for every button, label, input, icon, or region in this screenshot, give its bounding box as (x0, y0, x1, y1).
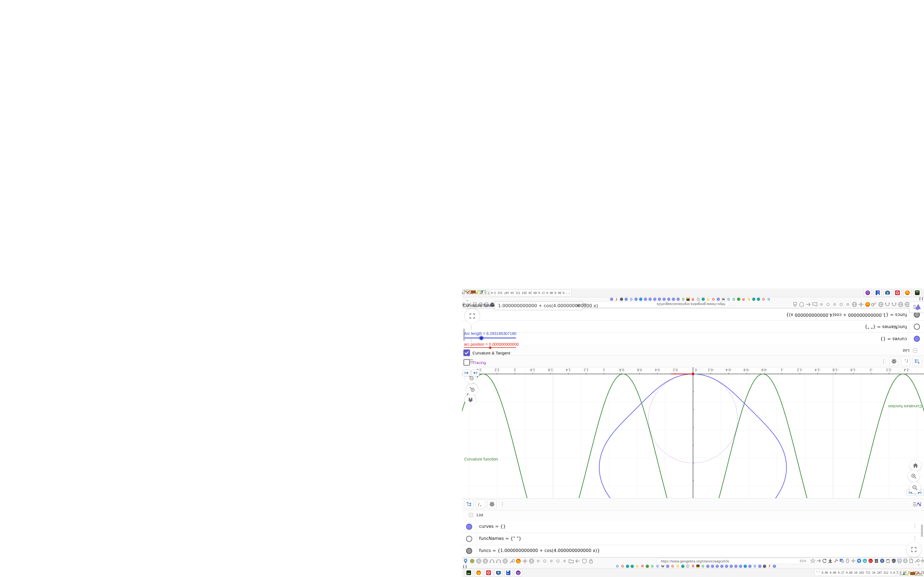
fullscreen-button[interactable] (465, 309, 480, 323)
list-group-header[interactable]: – List (462, 344, 924, 355)
win64-app-button[interactable]: 64 (504, 569, 512, 577)
collapse-icon[interactable]: – (469, 513, 473, 517)
firefox-icon[interactable] (515, 558, 522, 564)
bookmark-favicon[interactable]: f (767, 564, 771, 568)
reload-icon[interactable] (822, 558, 827, 564)
globe-icon[interactable] (482, 558, 488, 564)
bookmark-favicon[interactable]: W (721, 297, 725, 301)
bookmark-favicon[interactable] (620, 298, 623, 301)
rufus-app-button[interactable] (485, 569, 493, 577)
bookmark-favicon[interactable]: G (629, 297, 633, 301)
visibility-marble[interactable] (914, 336, 920, 342)
function-input-button[interactable]: fx (476, 500, 485, 509)
wrench-icon[interactable] (509, 558, 515, 564)
radio-icon[interactable] (535, 558, 541, 564)
fullscreen-button[interactable] (906, 542, 921, 557)
bookmark-favicon[interactable]: f (615, 297, 619, 301)
algebra-row[interactable]: funcNames = {" "} ⋮ (462, 533, 924, 545)
bookmark-favicon[interactable] (744, 565, 747, 568)
home-view-button[interactable] (465, 394, 476, 406)
panel-scrollbar[interactable] (921, 524, 923, 537)
radio-icon[interactable] (832, 301, 838, 308)
translate-icon[interactable]: A文 (839, 558, 845, 564)
gear-icon[interactable] (858, 301, 864, 308)
skip-to-end-button[interactable] (471, 369, 479, 376)
function-input-button[interactable]: fx (901, 357, 910, 366)
add-extension-icon[interactable] (856, 558, 862, 564)
circle-icon[interactable] (555, 558, 561, 564)
clear-cache-icon[interactable] (874, 558, 879, 564)
bookmark-favicon[interactable] (748, 565, 751, 568)
zoom-in-button[interactable] (908, 471, 919, 482)
gear-icon[interactable] (522, 558, 528, 564)
folder-icon[interactable] (812, 301, 818, 308)
bookmark-favicon[interactable] (730, 565, 733, 568)
rufus-app-button[interactable] (893, 289, 901, 297)
view-style-chip[interactable] (909, 301, 924, 313)
globe-icon[interactable] (476, 558, 482, 564)
list-group-header[interactable]: – List (462, 510, 924, 521)
headset-icon[interactable] (489, 558, 495, 564)
circle-icon[interactable] (838, 301, 844, 308)
function-chooser-label[interactable]: Curvature function (463, 303, 499, 308)
bookmark-favicon[interactable] (635, 298, 638, 301)
bookmark-favicon[interactable] (734, 565, 738, 568)
zoom-out-button[interactable] (909, 482, 921, 493)
settings-gear-icon[interactable] (920, 558, 924, 564)
radio-icon[interactable] (562, 558, 568, 564)
bookmark-favicon[interactable] (631, 565, 634, 568)
row-menu-icon[interactable]: ⋮ (469, 324, 473, 330)
bookmark-pause-item[interactable]: | | (463, 564, 467, 569)
bookmark-favicon[interactable]: G (753, 564, 757, 568)
back-arrow-icon[interactable] (805, 301, 811, 308)
headset-icon[interactable] (884, 301, 890, 308)
downloads-icon[interactable] (827, 558, 833, 564)
headset-icon[interactable] (496, 558, 502, 564)
home-view-button[interactable] (910, 460, 921, 471)
bookmark-favicon[interactable] (706, 565, 709, 568)
bookmarks-overflow-icon[interactable]: ⌃ (917, 564, 920, 568)
bookmark-favicon[interactable]: Я (741, 297, 746, 301)
radio-icon[interactable] (548, 558, 554, 564)
bookmark-favicon[interactable] (648, 298, 652, 301)
visibility-marble[interactable] (466, 548, 472, 554)
chevron-down-icon[interactable] (576, 305, 580, 307)
bookmark-favicon[interactable]: Я (691, 564, 695, 568)
bookmark-favicon[interactable]: G (727, 297, 730, 301)
bookmark-favicon[interactable] (720, 565, 724, 568)
obs-app-button[interactable] (465, 569, 473, 577)
win64-app-button[interactable]: 64 (874, 289, 882, 297)
bookmark-favicon[interactable]: G (732, 297, 736, 301)
bookmark-favicon[interactable] (725, 565, 728, 568)
bookmark-favicon[interactable]: G (701, 564, 705, 568)
bookmark-favicon[interactable] (658, 298, 661, 301)
radio-icon[interactable] (818, 301, 824, 308)
bookmark-favicon[interactable]: G (650, 564, 654, 568)
download-manager-icon[interactable] (862, 558, 867, 564)
bookmark-favicon[interactable] (625, 298, 628, 301)
forward-icon[interactable] (816, 558, 821, 564)
globe-icon[interactable] (528, 558, 535, 564)
shield-icon[interactable] (799, 301, 804, 308)
ice-extension-icon[interactable]: ICE (868, 558, 873, 564)
tracing-checkbox[interactable] (464, 359, 470, 366)
bookmark-star-icon[interactable] (810, 558, 816, 564)
purple-bot-app-button[interactable] (514, 569, 522, 577)
arc-position-slider-knob[interactable] (489, 347, 491, 349)
bookmark-favicon[interactable]: G (621, 564, 625, 568)
bookmarks-overflow-icon[interactable]: ⌃ (466, 298, 469, 302)
arc-length-slider[interactable] (464, 337, 516, 339)
bookmark-favicon[interactable] (644, 298, 647, 301)
settings-gear-button[interactable] (487, 500, 497, 509)
bookmark-favicon[interactable]: ⓘ (686, 564, 690, 568)
bookmark-favicon[interactable] (752, 298, 755, 301)
bookmark-favicon[interactable]: G (656, 564, 659, 568)
bookmark-favicon[interactable]: G (671, 564, 675, 568)
lock-icon[interactable] (588, 558, 594, 564)
bookmark-favicon[interactable]: G (747, 297, 751, 301)
bookmark-favicon[interactable] (758, 565, 761, 568)
algebra-row[interactable]: funcNames = {" "} ⋮ (462, 321, 924, 332)
bookmark-favicon[interactable] (696, 565, 699, 568)
bookmark-favicon[interactable] (687, 298, 690, 301)
bookmark-favicon[interactable] (672, 298, 675, 301)
